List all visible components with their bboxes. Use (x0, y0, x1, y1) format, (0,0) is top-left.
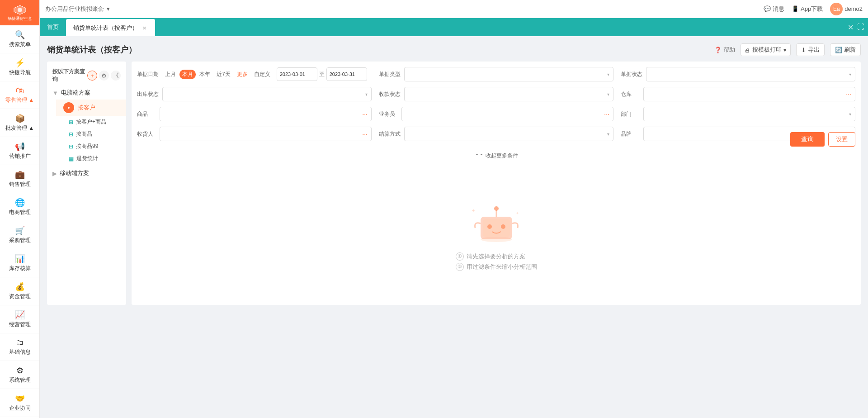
chevron-down-icon2: ▾ (849, 72, 851, 77)
help-btn[interactable]: ❓ 帮助 (714, 46, 735, 54)
scheme-by-customer-product[interactable]: ⊞ 按客户+商品 (56, 116, 126, 128)
salesperson-label: 业务员 (379, 110, 398, 118)
tab-home[interactable]: 首页 (40, 18, 66, 36)
filter-date: 单据日期 上月 本月 本年 近7天 更多 自定义 至 (137, 67, 372, 81)
message-btn[interactable]: 💬 消息 (764, 5, 784, 13)
app-download-btn[interactable]: 📱 App下载 (792, 5, 823, 13)
payment-status-select[interactable]: ▾ (404, 87, 613, 101)
sidebar-item-basics[interactable]: 🗂 基础信息 (0, 333, 39, 361)
date-to-input[interactable] (326, 67, 367, 81)
svg-point-0 (18, 8, 22, 12)
dots-icon2[interactable]: ··· (362, 110, 368, 118)
scheme-return-stats[interactable]: ▦ 退货统计 (56, 152, 126, 165)
product-label: 商品 (137, 110, 156, 118)
hint-item-2: ② 用过滤条件来缩小分析范围 (456, 261, 537, 272)
tabbar: 首页 销货单统计表（按客户） ✕ ✕ ⛶ (40, 18, 868, 36)
sidebar-item-wholesale[interactable]: 📦 批发管理 ▲ (0, 109, 39, 137)
department-select[interactable]: ▾ (643, 107, 855, 121)
close-tab-icon[interactable]: ✕ (141, 24, 148, 32)
refresh-btn[interactable]: 🔄 刷新 (830, 43, 861, 56)
empty-illustration: ✦ ✦ (467, 194, 526, 244)
sidebar-item-operations[interactable]: 📈 经营管理 (0, 305, 39, 333)
chevron-down-icon3: ▾ (365, 92, 368, 97)
sidebar-item-inventory[interactable]: 📊 库存核算 (0, 249, 39, 277)
dots-icon4[interactable]: ··· (362, 130, 368, 138)
date-tab-custom[interactable]: 自定义 (251, 70, 273, 79)
date-tab-more[interactable]: 更多 (234, 70, 250, 79)
collapse-panel-btn[interactable]: 《 (111, 71, 121, 81)
salesperson-field[interactable]: ··· (401, 107, 613, 121)
scheme-desktop-header[interactable]: ▼ 电脑端方案 (47, 86, 126, 100)
sidebar-item-finance[interactable]: 💰 资金管理 (0, 277, 39, 305)
template-print-btn[interactable]: 🖨 按模板打印 ▾ (741, 43, 791, 56)
payment-method-select[interactable]: ▾ (404, 127, 613, 141)
svg-point-7 (494, 206, 499, 211)
date-tab-last-7[interactable]: 近7天 (214, 70, 233, 79)
chevron-down-icon5: ▾ (849, 112, 851, 117)
scheme-by-product[interactable]: ⊟ 按商品 (56, 128, 126, 140)
dots-icon[interactable]: ··· (846, 90, 851, 98)
date-tab-last-month[interactable]: 上月 (162, 70, 179, 79)
tab-sales-stat[interactable]: 销货单统计表（按客户） ✕ (66, 19, 155, 37)
app-name: 畅捷通好生意 (8, 16, 32, 21)
page-content: 销货单统计表（按客户） ❓ 帮助 🖨 按模板打印 ▾ ⬇ 导出 🔄 刷新 (40, 36, 868, 418)
collapse-filters-btn[interactable]: ⌃⌃ 收起更多条件 (475, 148, 518, 163)
sidebar-item-purchase[interactable]: 🛒 采购管理 (0, 221, 39, 249)
scheme-by-product-99[interactable]: ⊟ 按商品99 (56, 140, 126, 152)
warehouse-field[interactable]: ··· (643, 87, 855, 101)
date-range: 上月 本月 本年 近7天 更多 自定义 至 (162, 67, 372, 81)
scheme-list: ● 按客户 ⊞ 按客户+商品 ⊟ 按商品 ⊟ (47, 100, 126, 165)
product-field[interactable]: ··· (160, 107, 372, 121)
user-profile[interactable]: Ea demo2 (830, 3, 863, 15)
topbar-left: 办公用品行业模拟账套 ▾ (45, 5, 110, 13)
scheme-by-customer[interactable]: ● 按客户 (56, 100, 126, 116)
topbar-right: 💬 消息 📱 App下载 Ea demo2 (764, 3, 863, 15)
sidebar-quicknav[interactable]: ⚡ 快捷导航 (0, 53, 39, 81)
help-icon: ❓ (714, 47, 722, 53)
bill-type-select[interactable]: ▾ (404, 67, 613, 81)
sidebar-item-marketing[interactable]: 📢 营销推广 (0, 137, 39, 165)
sidebar-item-sales[interactable]: 💼 销售管理 (0, 165, 39, 193)
tabbar-actions: ✕ ⛶ (848, 23, 868, 32)
scheme-mobile-header[interactable]: ▶ 移动端方案 (47, 166, 126, 180)
sidebar-item-enterprise[interactable]: 🤝 企业协同 (0, 389, 39, 417)
export-btn[interactable]: ⬇ 导出 (796, 43, 825, 56)
sidebar-item-system[interactable]: ⚙ 系统管理 (0, 361, 39, 389)
date-from-input[interactable] (277, 67, 317, 81)
filter-grid: 单据日期 上月 本月 本年 近7天 更多 自定义 至 (137, 67, 855, 141)
panel-header: 按以下方案查询 + ⚙ 《 (47, 65, 126, 86)
settings-btn[interactable]: 设置 (828, 132, 855, 147)
payment-status-label: 收款状态 (379, 90, 401, 98)
query-btn[interactable]: 查询 (790, 132, 825, 147)
main-area: 按以下方案查询 + ⚙ 《 ▼ 电脑端方案 (47, 62, 861, 305)
industry-label: 办公用品行业模拟账套 (45, 5, 104, 13)
right-arrow-icon: ▶ (52, 170, 57, 177)
chevron-down-icon4: ▾ (607, 92, 609, 97)
date-tab-this-year[interactable]: 本年 (197, 70, 213, 79)
warehouse-label: 仓库 (621, 90, 640, 98)
table-icon: ⊟ (69, 131, 73, 138)
sidebar-search[interactable]: 🔍 搜索菜单 (0, 25, 39, 53)
sidebar-item-ecommerce[interactable]: 🌐 电商管理 (0, 193, 39, 221)
sales-stat-tab-label: 销货单统计表（按客户） (73, 24, 138, 32)
settings-scheme-btn[interactable]: ⚙ (99, 71, 109, 81)
sidebar-item-retail[interactable]: 🛍 零售管理 ▲ (0, 81, 39, 109)
bill-status-select[interactable]: ▾ (646, 67, 855, 81)
date-tab-this-month[interactable]: 本月 (179, 70, 196, 79)
svg-point-4 (487, 224, 492, 229)
page-title: 销货单统计表（按客户） (47, 44, 137, 55)
table2-icon: ⊟ (69, 143, 73, 150)
page-header: 销货单统计表（按客户） ❓ 帮助 🖨 按模板打印 ▾ ⬇ 导出 🔄 刷新 (47, 43, 861, 56)
dots-icon3[interactable]: ··· (604, 110, 609, 118)
desktop-scheme-label: 电脑端方案 (61, 89, 90, 97)
grid-icon: ⊞ (69, 119, 73, 125)
expand-icon: ▼ (52, 90, 58, 96)
dropdown-arrow-icon[interactable]: ▾ (107, 5, 110, 12)
restore-window-btn[interactable]: ⛶ (857, 23, 864, 31)
panel-header-actions: + ⚙ 《 (87, 71, 121, 81)
close-all-tabs-btn[interactable]: ✕ (848, 23, 854, 32)
out-status-select[interactable]: ▾ (162, 87, 372, 101)
filter-salesperson: 业务员 ··· (379, 107, 613, 121)
receiver-field[interactable]: ··· (160, 127, 372, 141)
add-scheme-btn[interactable]: + (87, 71, 97, 81)
